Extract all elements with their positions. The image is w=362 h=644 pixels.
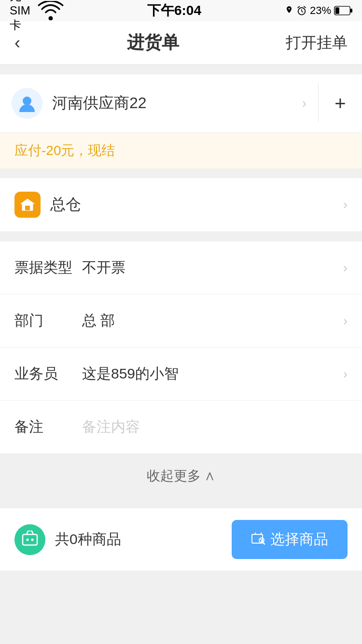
warehouse-name: 总仓: [50, 194, 343, 215]
warehouse-section: 总仓 ›: [0, 178, 362, 232]
collapse-label: 收起更多 ∧: [147, 467, 216, 485]
svg-rect-5: [25, 206, 30, 210]
department-label: 部门: [14, 311, 82, 331]
remark-input[interactable]: 备注内容: [82, 417, 348, 437]
select-product-icon: [251, 532, 265, 547]
svg-rect-6: [23, 534, 37, 545]
supplier-name: 河南供应商22: [52, 93, 292, 114]
warehouse-selector[interactable]: 总仓 ›: [0, 178, 362, 232]
alarm-icon: [296, 5, 307, 16]
form-section: 票据类型 不开票 › 部门 总 部 › 业务员 这是859的小智 › 备注 备注…: [0, 241, 362, 453]
salesperson-value: 这是859的小智: [82, 364, 343, 384]
house-icon: [20, 197, 35, 212]
cart-icon: [21, 531, 39, 549]
supplier-section: 河南供应商22 › +: [0, 74, 362, 133]
bottom-bar: 共0种商品 选择商品: [0, 508, 362, 571]
back-button[interactable]: ‹: [14, 33, 20, 53]
person-icon: [17, 94, 37, 113]
select-product-button[interactable]: 选择商品: [232, 520, 348, 559]
salesperson-chevron-icon: ›: [343, 366, 348, 382]
status-time: 下午6:04: [147, 1, 201, 20]
battery-icon: [334, 6, 352, 15]
product-count: 共0种商品: [55, 530, 222, 549]
warehouse-icon: [14, 192, 41, 218]
svg-rect-2: [350, 9, 352, 13]
status-carrier: 无 SIM 卡: [10, 0, 64, 33]
notice-banner: 应付-20元，现结: [0, 133, 362, 168]
invoice-type-chevron-icon: ›: [343, 260, 348, 276]
page-title: 进货单: [127, 31, 179, 55]
status-bar: 无 SIM 卡 下午6:04 23%: [0, 0, 362, 21]
warehouse-chevron-icon: ›: [343, 197, 348, 212]
salesperson-row[interactable]: 业务员 这是859的小智 ›: [0, 348, 362, 401]
svg-rect-3: [335, 7, 339, 14]
invoice-type-row[interactable]: 票据类型 不开票 ›: [0, 241, 362, 294]
svg-point-4: [23, 97, 31, 105]
section-gap-1: [0, 65, 362, 74]
supplier-selector[interactable]: 河南供应商22 ›: [0, 74, 318, 132]
remark-row[interactable]: 备注 备注内容: [0, 401, 362, 453]
add-supplier-button[interactable]: +: [319, 74, 362, 132]
department-row[interactable]: 部门 总 部 ›: [0, 294, 362, 348]
invoice-type-label: 票据类型: [14, 258, 82, 278]
supplier-chevron-icon: ›: [302, 96, 306, 111]
open-pending-button[interactable]: 打开挂单: [286, 32, 348, 54]
salesperson-label: 业务员: [14, 364, 82, 384]
wifi-icon: [38, 1, 64, 20]
department-value: 总 部: [82, 311, 343, 331]
remark-label: 备注: [14, 417, 82, 437]
select-product-label: 选择商品: [270, 530, 328, 549]
page-background: [0, 571, 362, 644]
svg-point-8: [31, 538, 34, 541]
product-icon: [14, 524, 45, 555]
supplier-avatar: [12, 88, 42, 119]
department-chevron-icon: ›: [343, 313, 348, 329]
svg-point-7: [27, 538, 29, 541]
location-icon: [285, 6, 293, 15]
invoice-type-value: 不开票: [82, 258, 343, 278]
svg-rect-9: [252, 534, 263, 543]
status-right: 23%: [285, 4, 352, 17]
collapse-button[interactable]: 收起更多 ∧: [0, 453, 362, 499]
